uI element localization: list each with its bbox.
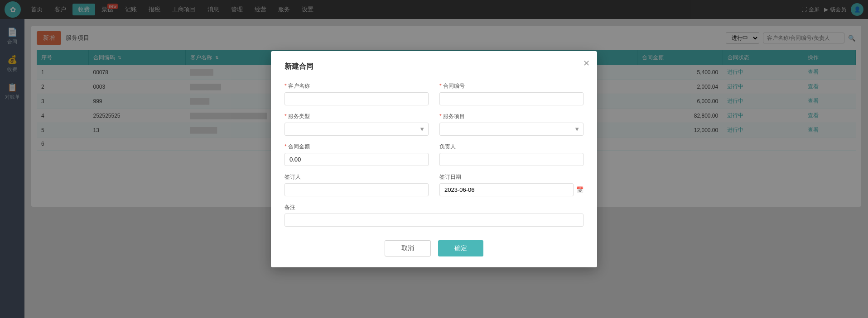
service-type-select-wrap: ▼ (285, 123, 429, 136)
customer-name-label: 客户名称 (285, 82, 429, 90)
service-type-select[interactable] (285, 123, 429, 136)
sign-date-group: 签订日期 2023-06-06 📅 (439, 173, 583, 196)
remark-input[interactable] (285, 214, 583, 227)
sign-date-input[interactable]: 2023-06-06 (439, 183, 574, 196)
contract-no-group: 合同编号 (439, 82, 583, 105)
responsible-label: 负责人 (439, 143, 583, 151)
dialog-form: 客户名称 合同编号 服务类型 ▼ 服务项目 (285, 82, 583, 227)
cancel-button[interactable]: 取消 (385, 240, 431, 256)
customer-name-group: 客户名称 (285, 82, 429, 105)
dialog-overlay: ✕ 新建合同 客户名称 合同编号 服务类型 ▼ (0, 0, 868, 318)
service-item-label: 服务项目 (439, 113, 583, 120)
confirm-button[interactable]: 确定 (438, 240, 483, 256)
service-item-select-wrap: ▼ (439, 123, 583, 136)
dialog-title: 新建合同 (285, 62, 583, 71)
dialog-close-button[interactable]: ✕ (583, 58, 590, 68)
responsible-group: 负责人 (439, 143, 583, 166)
contract-amount-input[interactable] (285, 153, 429, 166)
calendar-icon[interactable]: 📅 (576, 186, 583, 193)
remark-label: 备注 (285, 204, 583, 211)
signer-input[interactable] (285, 183, 429, 196)
signer-label: 签订人 (285, 173, 429, 181)
sign-date-row: 2023-06-06 📅 (439, 183, 583, 196)
new-contract-dialog: ✕ 新建合同 客户名称 合同编号 服务类型 ▼ (271, 51, 597, 267)
responsible-input[interactable] (439, 153, 583, 166)
remark-group: 备注 (285, 204, 583, 227)
service-type-label: 服务类型 (285, 113, 429, 120)
service-item-select[interactable] (439, 123, 583, 136)
dialog-footer: 取消 确定 (285, 240, 583, 256)
customer-name-input[interactable] (285, 92, 429, 105)
contract-no-label: 合同编号 (439, 82, 583, 90)
contract-amount-group: 合同金额 (285, 143, 429, 166)
sign-date-label: 签订日期 (439, 173, 583, 181)
service-item-group: 服务项目 ▼ (439, 113, 583, 136)
contract-no-input[interactable] (439, 92, 583, 105)
service-type-group: 服务类型 ▼ (285, 113, 429, 136)
contract-amount-label: 合同金额 (285, 143, 429, 151)
signer-group: 签订人 (285, 173, 429, 196)
